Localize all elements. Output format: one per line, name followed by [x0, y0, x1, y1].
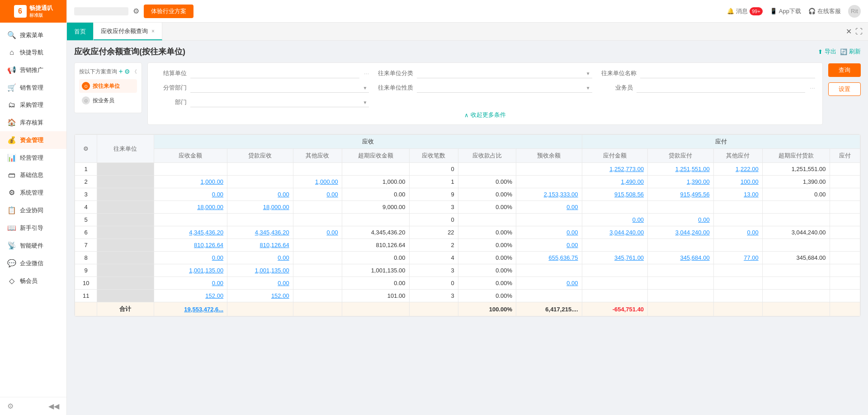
cell[interactable]: 1,252,773.00	[582, 163, 648, 176]
filter-salesman-input[interactable]	[637, 83, 806, 93]
cell[interactable]: 0.00	[582, 214, 648, 226]
sidebar-item-search[interactable]: 🔍搜索菜单	[0, 26, 66, 44]
sidebar-item-member[interactable]: ◇畅会员	[0, 272, 66, 290]
cell[interactable]: 345,684.00	[648, 252, 714, 264]
tab-close-all-icon[interactable]: ✕	[846, 27, 852, 36]
add-query-btn[interactable]: +	[119, 67, 123, 76]
query-option-by-unit[interactable]: ⊙ 按往来单位	[79, 79, 137, 93]
cell[interactable]: 0.00	[154, 252, 227, 264]
app-download-btn[interactable]: 📱 App下载	[770, 7, 801, 15]
col-settings[interactable]: ⚙	[75, 135, 97, 163]
notice-btn[interactable]: 🔔 消息 99+	[727, 7, 763, 15]
cell[interactable]: 1,390.00	[648, 176, 714, 188]
cell	[458, 163, 516, 176]
sidebar-item-wechat[interactable]: 💬企业微信	[0, 254, 66, 272]
tab-close-icon[interactable]: ×	[151, 28, 155, 34]
download-icon: 📱	[770, 8, 777, 14]
sidebar-item-basic[interactable]: 🗃基础信息	[0, 167, 66, 184]
filter-settlement-input[interactable]	[190, 68, 359, 78]
cell[interactable]: 0.00	[227, 188, 293, 201]
cell[interactable]: 1,001,135.00	[227, 264, 293, 277]
cell[interactable]: 655,636.75	[516, 252, 582, 264]
sidebar-settings-icon[interactable]: ⚙	[7, 402, 14, 410]
sidebar-item-coop[interactable]: 📋企业协同	[0, 201, 66, 219]
cell[interactable]: 18,000.00	[154, 201, 227, 214]
cell[interactable]: 1,000.00	[293, 176, 342, 188]
query-option-by-staff[interactable]: ⊙ 按业务员	[79, 94, 137, 107]
header-gear-icon[interactable]: ⚙	[133, 7, 139, 15]
cell[interactable]: 0.00	[516, 239, 582, 252]
cell[interactable]: 915,495.56	[648, 188, 714, 201]
filter-sub-dept-wrap: ▼	[190, 97, 369, 107]
user-info[interactable]: Rit	[848, 5, 861, 18]
cell[interactable]: 1,251,551.00	[648, 163, 714, 176]
tab-current[interactable]: 应收应付余额查询 ×	[94, 23, 162, 40]
sidebar-item-hardware[interactable]: 📡智能硬件	[0, 237, 66, 254]
cell[interactable]: 810,126.64	[154, 239, 227, 252]
cell[interactable]: 77.00	[713, 252, 762, 264]
sidebar-item-finance[interactable]: 💰资金管理	[0, 131, 66, 149]
sidebar-item-marketing[interactable]: 📢营销推广	[0, 61, 66, 79]
sidebar-item-operation[interactable]: 📊经营管理	[0, 149, 66, 167]
cell[interactable]: 2,153,333.00	[516, 188, 582, 201]
cell[interactable]: 18,000.00	[227, 201, 293, 214]
cell: 0.00%	[458, 226, 516, 239]
cell[interactable]: 0.00	[648, 214, 714, 226]
filter-dept-select[interactable]	[190, 83, 369, 93]
cell[interactable]: 1,490.00	[582, 176, 648, 188]
set-btn[interactable]: 设置	[828, 82, 861, 96]
sidebar-collapse-icon[interactable]: ◀◀	[48, 402, 59, 410]
table-settings-icon[interactable]: ⚙	[83, 145, 89, 152]
collapse-btn[interactable]: ∧ 收起更多条件	[464, 111, 506, 119]
cell[interactable]: 100.00	[713, 176, 762, 188]
refresh-btn[interactable]: 🔄 刷新	[840, 48, 861, 56]
cell[interactable]: 0.00	[293, 188, 342, 201]
filter-sub-dept-select[interactable]	[190, 97, 369, 107]
filter-settlement-dots[interactable]: ···	[364, 70, 369, 77]
sidebar-item-system[interactable]: ⚙系统管理	[0, 184, 66, 201]
cell[interactable]: 152.00	[154, 290, 227, 302]
cell[interactable]: 0.00	[516, 226, 582, 239]
cell[interactable]: 915,508.56	[582, 188, 648, 201]
customer-service-btn[interactable]: 🎧 在线客服	[808, 7, 841, 15]
cell[interactable]: 4,345,436.20	[227, 226, 293, 239]
wechat-icon: 💬	[7, 259, 16, 267]
cell[interactable]: 13.00	[713, 188, 762, 201]
sidebar-item-purchase[interactable]: 🗂采购管理	[0, 96, 66, 114]
cell	[516, 290, 582, 302]
solution-btn[interactable]: 体验行业方案	[144, 5, 193, 18]
settings-query-btn[interactable]: ⚙	[124, 68, 130, 75]
query-btn[interactable]: 查询	[828, 63, 861, 77]
filter-unit-category-select[interactable]	[417, 68, 592, 78]
cell[interactable]: 0.00	[154, 188, 227, 201]
tab-fullscreen-icon[interactable]: ⛶	[855, 28, 863, 36]
cell[interactable]: 0.00	[713, 226, 762, 239]
filter-unit-name-input[interactable]	[640, 68, 815, 78]
collapse-query-btn[interactable]: 《	[132, 68, 137, 75]
cell[interactable]: 345,761.00	[582, 252, 648, 264]
cell[interactable]: 4,345,436.20	[154, 226, 227, 239]
cell[interactable]: 0.00	[227, 252, 293, 264]
sidebar-footer[interactable]: ⚙ ◀◀	[0, 397, 66, 415]
cell[interactable]: 0.00	[293, 226, 342, 239]
total-recv[interactable]: 19,553,472,6...	[154, 302, 227, 316]
cell[interactable]: 1,001,135.00	[154, 264, 227, 277]
sidebar-item-sales[interactable]: 🛒销售管理	[0, 79, 66, 96]
cell[interactable]: 0.00	[154, 277, 227, 290]
cell[interactable]: 1,222.00	[713, 163, 762, 176]
filter-unit-nature-select[interactable]	[417, 83, 592, 93]
sidebar-item-guide[interactable]: 📖新手引导	[0, 219, 66, 237]
cell[interactable]: 0.00	[516, 201, 582, 214]
sidebar-item-quick[interactable]: ⌂快捷导航	[0, 44, 66, 61]
tab-home[interactable]: 首页	[67, 23, 94, 40]
cell[interactable]: 3,044,240.00	[582, 226, 648, 239]
cell[interactable]: 810,126.64	[227, 239, 293, 252]
cell[interactable]: 3,044,240.00	[648, 226, 714, 239]
export-btn[interactable]: ⬆ 导出	[818, 48, 836, 56]
filter-salesman-dots[interactable]: ···	[810, 84, 815, 91]
cell[interactable]: 0.00	[516, 277, 582, 290]
cell[interactable]: 152.00	[227, 290, 293, 302]
cell[interactable]: 0.00	[227, 277, 293, 290]
cell[interactable]: 1,000.00	[154, 176, 227, 188]
sidebar-item-inventory[interactable]: 🏠库存核算	[0, 114, 66, 131]
